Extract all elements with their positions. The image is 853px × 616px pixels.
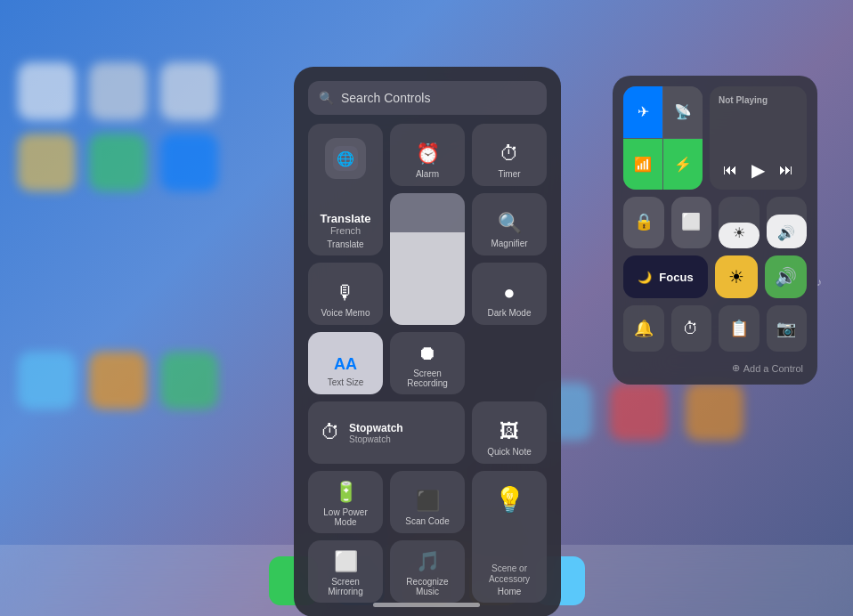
cc-volume-indicator[interactable]: 🔊 xyxy=(765,255,808,298)
scene-accessory-control[interactable]: 💡 Scene or Accessory Home xyxy=(472,471,547,603)
magnifier-icon: 🔍 xyxy=(498,212,522,235)
focus-moon-icon: 🌙 xyxy=(638,271,652,284)
cc-volume-slider[interactable]: 🔊 xyxy=(767,197,808,248)
rotation-lock-icon: 🔒 xyxy=(634,212,654,231)
bg-app-icon xyxy=(89,62,147,120)
cc-bell-btn[interactable]: 🔔 xyxy=(623,305,664,352)
brightness-icon: ☀ xyxy=(733,224,745,241)
scan-code-control[interactable]: ⬛ Scan Code xyxy=(390,471,465,533)
brightness-slider-control[interactable] xyxy=(390,193,465,325)
search-controls-bar[interactable]: 🔍 Search Controls xyxy=(308,81,547,115)
translate-main-label: Translate xyxy=(320,212,370,225)
cc-rotation-lock-btn[interactable]: 🔒 xyxy=(623,197,664,248)
bg-app-icon xyxy=(160,134,218,191)
scan-code-label: Scan Code xyxy=(405,516,449,527)
add-control-label: Add a Control xyxy=(743,363,803,374)
recognize-music-control[interactable]: 🎵 Recognize Music xyxy=(390,540,465,603)
alarm-control[interactable]: ⏰ Alarm xyxy=(390,124,465,186)
notes-icon: 📋 xyxy=(729,319,749,338)
stopwatch-sublabel: Stopwatch xyxy=(349,434,452,444)
screen-mirroring-label: Screen Mirroring xyxy=(313,577,378,596)
bg-app-icon xyxy=(18,352,76,409)
low-power-control[interactable]: 🔋 Low Power Mode xyxy=(308,471,383,533)
alarm-icon: ⏰ xyxy=(416,142,440,166)
text-size-control[interactable]: AA Text Size xyxy=(308,332,383,394)
recognize-music-label: Recognize Music xyxy=(395,577,459,596)
svg-text:🌐: 🌐 xyxy=(337,150,354,167)
search-controls-panel: 🔍 Search Controls 🌐 Translate French Tra… xyxy=(294,67,561,616)
cc-bluetooth-btn[interactable]: ⚡ xyxy=(663,139,703,190)
bell-icon: 🔔 xyxy=(634,319,654,338)
screen-recording-label: Screen Recording xyxy=(395,369,459,388)
cc-top-row: ✈ 📡 📶 ⚡ Not Playing ⏮ ▶ ⏭ xyxy=(623,86,807,190)
search-bar-text: Search Controls xyxy=(341,91,430,105)
screen-recording-control[interactable]: ⏺ Screen Recording xyxy=(390,332,465,394)
translate-icon: 🌐 xyxy=(325,138,366,179)
camera-icon: 📷 xyxy=(776,319,796,338)
quick-note-control[interactable]: 🖼 Quick Note xyxy=(472,401,547,464)
mirror-icon: ⬜ xyxy=(681,212,701,231)
cc-middle-row: 🔒 ⬜ ☀ 🔊 xyxy=(623,197,807,248)
voice-memo-control[interactable]: 🎙 Voice Memo xyxy=(308,263,383,325)
controls-grid: 🌐 Translate French Translate ⏰ Alarm ⏱ T… xyxy=(308,124,547,603)
timer-control[interactable]: ⏱ Timer xyxy=(472,124,547,186)
search-icon: 🔍 xyxy=(319,91,334,105)
volume-icon: 🔊 xyxy=(777,224,795,241)
background-apps xyxy=(18,62,267,423)
cc-airdrop-btn[interactable]: 📡 xyxy=(663,86,703,138)
alarm-label: Alarm xyxy=(416,169,439,180)
bluetooth-icon: ⚡ xyxy=(674,156,692,173)
voice-memo-label: Voice Memo xyxy=(321,308,370,319)
cc-timer-small-btn[interactable]: ⏱ xyxy=(671,305,712,352)
magnifier-control[interactable]: 🔍 Magnifier xyxy=(472,193,547,255)
scene-footer-label: Home xyxy=(498,587,522,596)
screen-mirroring-icon: ⬜ xyxy=(334,550,358,573)
scene-icon: 💡 xyxy=(494,485,525,515)
dark-mode-label: Dark Mode xyxy=(488,308,532,319)
airplane-icon: ✈ xyxy=(638,103,649,120)
volume-speaker-icon: 🔊 xyxy=(775,266,797,288)
scene-text-group: Scene or Accessory xyxy=(477,563,541,585)
text-size-label: Text Size xyxy=(328,377,364,388)
cc-focus-row: 🌙 Focus ☀ 🔊 xyxy=(623,255,807,298)
cc-camera-btn[interactable]: 📷 xyxy=(767,305,808,352)
bg-app-icon xyxy=(610,383,668,441)
screen-recording-icon: ⏺ xyxy=(418,342,437,365)
bg-app-icon xyxy=(160,352,218,409)
add-icon: ⊕ xyxy=(732,362,740,374)
cc-sun-btn[interactable]: ☀ xyxy=(715,255,758,298)
translate-control[interactable]: 🌐 Translate French Translate xyxy=(308,124,383,255)
stopwatch-control[interactable]: ⏱ Stopwatch Stopwatch xyxy=(308,401,465,464)
stopwatch-text: Stopwatch Stopwatch xyxy=(349,422,452,444)
home-indicator[interactable] xyxy=(373,603,480,607)
cc-wifi-btn[interactable]: 📶 xyxy=(623,139,662,190)
add-control-row[interactable]: ⊕ Add a Control xyxy=(623,359,807,374)
stopwatch-label: Stopwatch xyxy=(349,422,452,434)
translate-label-group: Translate French xyxy=(320,212,370,236)
stopwatch-icon: ⏱ xyxy=(321,421,340,444)
control-center-panel: ✈ 📡 📶 ⚡ Not Playing ⏮ ▶ ⏭ 🔒 xyxy=(613,76,817,385)
cc-small-row: 🔔 ⏱ 📋 📷 xyxy=(623,305,807,352)
cc-notes-btn[interactable]: 📋 xyxy=(719,305,760,352)
screen-mirroring-control[interactable]: ⬜ Screen Mirroring xyxy=(308,540,383,603)
bg-app-icon xyxy=(160,62,218,120)
cc-play-btn[interactable]: ▶ xyxy=(751,159,765,181)
low-power-icon: 🔋 xyxy=(334,481,358,504)
bg-bottom-icons xyxy=(534,383,743,441)
magnifier-label: Magnifier xyxy=(491,239,527,249)
timer-small-icon: ⏱ xyxy=(683,320,699,338)
airdrop-icon: 📡 xyxy=(674,103,692,120)
cc-focus-btn[interactable]: 🌙 Focus xyxy=(623,255,708,298)
wifi-icon: 📶 xyxy=(634,156,652,173)
recognize-music-icon: 🎵 xyxy=(416,550,440,573)
translate-footer: Translate xyxy=(327,239,363,249)
dark-mode-control[interactable]: ● Dark Mode xyxy=(472,263,547,325)
cc-network-grid[interactable]: ✈ 📡 📶 ⚡ xyxy=(623,86,703,190)
cc-airplane-btn[interactable]: ✈ xyxy=(623,86,662,138)
cc-brightness-slider[interactable]: ☀ xyxy=(719,197,760,248)
cc-prev-btn[interactable]: ⏮ xyxy=(723,162,737,178)
bg-app-icon xyxy=(89,352,147,409)
cc-mirror-btn[interactable]: ⬜ xyxy=(671,197,712,248)
cc-next-btn[interactable]: ⏭ xyxy=(779,162,793,178)
cc-media-title: Not Playing xyxy=(719,95,798,105)
